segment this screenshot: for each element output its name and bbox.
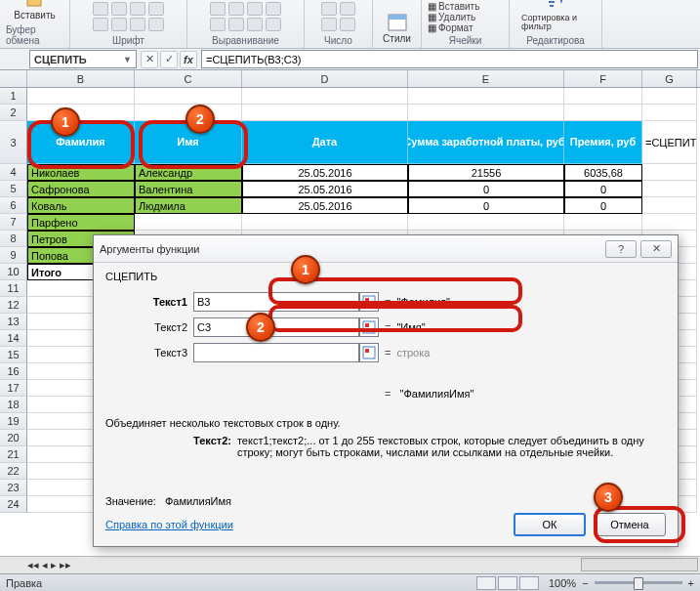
- table-cell[interactable]: 0: [408, 197, 564, 214]
- header-cell-familia[interactable]: Фамилия: [27, 121, 135, 164]
- row-header[interactable]: 10: [0, 264, 27, 280]
- close-button[interactable]: ✕: [640, 240, 672, 258]
- row-header[interactable]: 11: [0, 280, 27, 297]
- row-header[interactable]: 14: [0, 330, 27, 347]
- col-header-e[interactable]: E: [408, 70, 564, 87]
- table-cell[interactable]: 25.05.2016: [242, 197, 408, 214]
- paste-label: Вставить: [14, 10, 55, 21]
- table-cell[interactable]: Людмила: [135, 197, 242, 214]
- arg-label: Текст3: [105, 347, 193, 359]
- cells-delete-label[interactable]: Удалить: [438, 12, 475, 22]
- row-header[interactable]: 23: [0, 480, 27, 496]
- dialog-titlebar[interactable]: Аргументы функции ? ✕: [94, 235, 678, 263]
- row-header[interactable]: 21: [0, 446, 27, 463]
- row-header[interactable]: 22: [0, 463, 27, 480]
- svg-rect-3: [389, 15, 406, 20]
- arg-input-1[interactable]: [193, 292, 359, 312]
- styles-button[interactable]: Стили: [377, 12, 417, 46]
- value-preview: ФамилияИмя: [165, 495, 231, 507]
- table-cell[interactable]: 21556: [408, 164, 564, 181]
- table-cell[interactable]: Сафронова: [27, 181, 135, 197]
- row-header[interactable]: 17: [0, 380, 27, 397]
- table-cell[interactable]: Парфено: [27, 214, 135, 231]
- horizontal-scrollbar[interactable]: [581, 558, 698, 571]
- cancel-button[interactable]: Отмена: [594, 513, 666, 536]
- table-cell[interactable]: 6035,68: [564, 164, 642, 181]
- row-header[interactable]: 18: [0, 397, 27, 413]
- row-header[interactable]: 2: [0, 105, 27, 121]
- table-cell[interactable]: 25.05.2016: [242, 164, 408, 181]
- formula-input[interactable]: =СЦЕПИТЬ(B3;C3): [201, 50, 698, 68]
- arg-input-2[interactable]: [193, 317, 359, 337]
- zoom-in-button[interactable]: +: [688, 577, 694, 589]
- name-box[interactable]: СЦЕПИТЬ ▼: [29, 50, 137, 68]
- chevron-down-icon[interactable]: ▼: [123, 55, 132, 64]
- arg-input-3[interactable]: [193, 343, 359, 362]
- view-break-button[interactable]: [519, 576, 539, 590]
- ok-button[interactable]: ОК: [514, 513, 586, 536]
- help-button[interactable]: ?: [605, 240, 637, 258]
- row-header[interactable]: 15: [0, 347, 27, 363]
- zoom-out-button[interactable]: −: [582, 577, 588, 589]
- header-cell-summa[interactable]: Сумма заработной платы, руб.: [408, 121, 564, 164]
- sort-filter-button[interactable]: Сортировка и фильтр: [515, 0, 596, 33]
- col-header-d[interactable]: D: [242, 70, 408, 87]
- cells-insert-label[interactable]: Вставить: [438, 1, 479, 12]
- status-bar: Правка 100% − +: [0, 573, 700, 591]
- value-label: Значение:: [105, 495, 156, 507]
- table-cell[interactable]: 0: [408, 181, 564, 197]
- cells-format-label[interactable]: Формат: [438, 22, 474, 33]
- row-header[interactable]: 12: [0, 297, 27, 314]
- accept-formula-button[interactable]: ✓: [160, 51, 178, 68]
- zoom-level[interactable]: 100%: [549, 577, 576, 589]
- arg-preview: строка: [396, 347, 430, 359]
- col-header-f[interactable]: F: [564, 70, 642, 87]
- select-all-corner[interactable]: [0, 70, 27, 87]
- range-select-button[interactable]: [359, 343, 379, 362]
- row-header[interactable]: 19: [0, 413, 27, 430]
- row-header[interactable]: 16: [0, 363, 27, 380]
- table-cell[interactable]: 0: [564, 197, 642, 214]
- insert-function-button[interactable]: fx: [180, 51, 197, 68]
- col-header-b[interactable]: B: [27, 70, 135, 87]
- column-headers[interactable]: B C D E F G: [0, 70, 700, 88]
- row-header[interactable]: 9: [0, 247, 27, 264]
- dialog-title: Аргументы функции: [100, 243, 200, 255]
- table-cell[interactable]: Коваль: [27, 197, 135, 214]
- header-cell-data[interactable]: Дата: [242, 121, 408, 164]
- range-select-button[interactable]: [359, 317, 379, 337]
- arg-row-3: Текст3 = строка: [105, 341, 666, 364]
- paste-button[interactable]: Вставить: [8, 0, 61, 22]
- help-link[interactable]: Справка по этой функции: [105, 519, 233, 530]
- function-arguments-dialog: Аргументы функции ? ✕ СЦЕПИТЬ Текст1 = "…: [93, 234, 679, 547]
- view-layout-button[interactable]: [498, 576, 517, 590]
- row-header[interactable]: 1: [0, 88, 27, 105]
- col-header-c[interactable]: C: [135, 70, 242, 87]
- row-header[interactable]: 8: [0, 231, 27, 247]
- formula-bar: СЦЕПИТЬ ▼ ✕ ✓ fx =СЦЕПИТЬ(B3;C3): [0, 49, 700, 70]
- row-header[interactable]: 6: [0, 197, 27, 214]
- active-cell[interactable]: =СЦЕПИТ: [642, 121, 697, 164]
- table-cell[interactable]: Николаев: [27, 164, 135, 181]
- svg-rect-7: [365, 323, 369, 327]
- row-header[interactable]: 5: [0, 181, 27, 197]
- range-select-button[interactable]: [359, 292, 379, 312]
- row-header[interactable]: 20: [0, 430, 27, 446]
- cancel-formula-button[interactable]: ✕: [141, 51, 158, 68]
- header-cell-imya[interactable]: Имя: [135, 121, 242, 164]
- table-cell[interactable]: Александр: [135, 164, 242, 181]
- row-header[interactable]: 3: [0, 121, 27, 164]
- table-cell[interactable]: 0: [564, 181, 642, 197]
- row-header[interactable]: 7: [0, 214, 27, 231]
- zoom-slider[interactable]: [595, 581, 682, 584]
- header-cell-premia[interactable]: Премия, руб: [564, 121, 642, 164]
- row-header[interactable]: 24: [0, 496, 27, 513]
- tab-nav-icon[interactable]: ◂◂ ◂ ▸ ▸▸: [27, 559, 71, 571]
- table-cell[interactable]: 25.05.2016: [242, 181, 408, 197]
- col-header-g[interactable]: G: [642, 70, 697, 87]
- row-header[interactable]: 4: [0, 164, 27, 181]
- arg-row-2: Текст2 = "Имя": [105, 316, 666, 339]
- table-cell[interactable]: Валентина: [135, 181, 242, 197]
- view-normal-button[interactable]: [476, 576, 496, 590]
- row-header[interactable]: 13: [0, 314, 27, 330]
